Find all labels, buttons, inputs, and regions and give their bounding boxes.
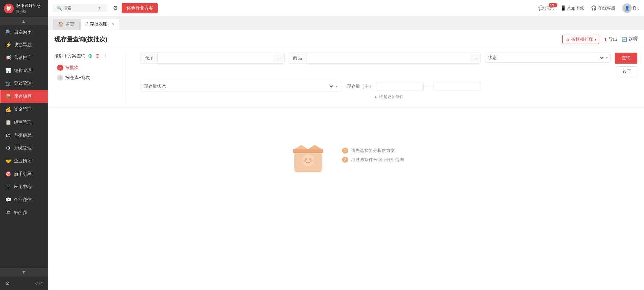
topbar-right: 💬 消息 99+ 📱 App下载 🎧 在线客服 👤 Rit [538,3,639,13]
status-label: 状态 [488,55,497,61]
main-area: 🔍 ▾ ⚙ 体验行业方案 💬 消息 99+ 📱 App下载 🎧 在线客服 [48,0,644,290]
svg-rect-1 [293,149,323,153]
stock-status-select[interactable] [168,84,334,89]
hint-item-1: 1 请先选择要分析的方案 [342,148,404,154]
export-button[interactable]: ⬆ 导出 [604,36,617,42]
search-chevron-icon[interactable]: ▾ [99,6,100,10]
hint-text-2: 用过滤条件来缩小分析范围 [351,157,404,163]
sidebar-item-search[interactable]: 🔍 搜索菜单 [0,25,48,38]
scroll-down-button[interactable]: ▼ [0,268,48,276]
tab-close-icon[interactable]: ✕ [111,22,114,26]
app-edition: 标准版 [16,9,41,14]
collapse-chevron-icon: ▲ [374,95,378,99]
warehouse-input[interactable] [158,54,274,63]
sidebar-item-member[interactable]: 🏷 畅会员 [0,206,48,219]
sidebar-item-label: 基础信息 [14,132,32,138]
goods-input[interactable] [306,54,470,63]
page-close-button[interactable]: ✕ [634,34,639,40]
operations-icon: 📋 [5,119,11,125]
sidebar-item-purchase[interactable]: 🛒 采购管理 [0,77,48,90]
collapse-plan-button[interactable]: 《 [102,53,106,59]
status-select[interactable] [498,55,605,61]
stock-qty-dash: — [426,84,431,89]
warehouse-more-button[interactable]: ··· [274,54,284,62]
trial-button[interactable]: 体验行业方案 [122,3,158,13]
print-chevron-icon: ▾ [595,38,596,41]
sidebar-item-label: 采购管理 [14,80,32,87]
phone-icon: 📱 [561,5,566,11]
topbar-search-box[interactable]: 🔍 ▾ [53,4,107,12]
user-avatar-button[interactable]: 👤 Rit [622,3,639,13]
messages-badge: 99+ [549,3,557,7]
system-icon: ⚙ [5,145,11,151]
page-actions: 🖨 按模板打印 ▾ ⬆ 导出 🔄 刷新 [562,35,637,44]
search-input[interactable] [63,6,97,11]
sidebar-item-quicknav[interactable]: ⚡ 快捷导航 [0,38,48,51]
online-service-button[interactable]: 🎧 在线客服 [591,5,615,11]
empty-illustration [288,135,328,176]
plan-item-batch[interactable]: ✓ 按批次 [54,62,122,73]
sidebar-item-inventory[interactable]: 📦 库存核算 [0,90,48,103]
sidebar-footer: ⚙ ◁◁ [0,276,48,290]
sidebar-item-label: 新手引导 [14,171,32,177]
filter-row-2: 现存量状态 ▾ 现存量（主） — [140,81,637,91]
sidebar-item-enterprise[interactable]: 🤝 企业协同 [0,155,48,167]
home-icon: 🏠 [58,22,64,27]
plan-settings-button[interactable]: ⊙ [95,53,100,59]
sidebar-item-label: 资金管理 [14,106,32,112]
sidebar-item-label: 营销推广 [14,55,32,61]
plan-icon: ○ [57,75,63,81]
sidebar-item-apps[interactable]: 📱 应用中心 [0,180,48,193]
tabbar: 🏠 首页 库存批次账 ✕ [48,16,644,30]
stock-qty-to-input[interactable] [434,82,481,91]
filter-fields: 仓库 ··· 商品 ··· 状态 [133,53,637,103]
refresh-icon: 🔄 [622,37,627,42]
sidebar: 畅 畅康通好生意 标准版 ▲ 🔍 搜索菜单 ⚡ 快捷导航 📢 营销推广 [0,0,48,290]
stock-qty-from-input[interactable] [376,82,424,91]
plan-item-warehouse-batch[interactable]: ○ 按仓库+批次 [54,73,122,83]
collapse-more-conditions[interactable]: ▲ 收起更多条件 [140,91,637,103]
query-button[interactable]: 查询 [615,53,637,64]
empty-box-svg [288,135,328,176]
filter-settings-button[interactable]: 设置 [617,66,637,77]
sidebar-item-sales[interactable]: 📊 销售管理 [0,64,48,77]
hint-item-2: 2 用过滤条件来缩小分析范围 [342,157,404,163]
scroll-up-button[interactable]: ▲ [0,17,48,25]
sidebar-item-label: 畅会员 [14,210,27,216]
sidebar-item-funds[interactable]: 💰 资金管理 [0,103,48,116]
plan-active-icon: ✓ [57,65,63,71]
goods-more-button[interactable]: ··· [470,54,480,62]
sidebar-item-basic[interactable]: 🗂 基础信息 [0,129,48,142]
messages-button[interactable]: 💬 消息 99+ [538,5,554,11]
app-download-button[interactable]: 📱 App下载 [561,5,584,11]
hint-num-2: 2 [342,157,348,163]
apps-icon: 📱 [5,184,11,190]
search-icon: 🔍 [56,5,62,11]
sidebar-item-marketing[interactable]: 📢 营销推广 [0,51,48,64]
empty-hints: 1 请先选择要分析的方案 2 用过滤条件来缩小分析范围 [342,148,404,163]
hint-text-1: 请先选择要分析的方案 [351,148,395,154]
sidebar-item-system[interactable]: ⚙ 系统管理 [0,142,48,155]
goods-field: 商品 ··· [289,53,481,64]
app-logo: 畅 [4,4,14,13]
print-button[interactable]: 🖨 按模板打印 ▾ [562,35,599,44]
basic-icon: 🗂 [5,132,11,138]
stock-status-chevron-icon: ▾ [336,85,338,88]
user-name: Rit [633,5,639,11]
sidebar-item-newguide[interactable]: 🎯 新手引导 [0,167,48,180]
sidebar-item-wechat[interactable]: 💬 企业微信 [0,193,48,206]
tab-home[interactable]: 🏠 首页 [53,19,80,30]
message-icon: 💬 [538,5,544,11]
status-field[interactable]: 状态 ▾ [485,53,611,63]
sidebar-header: 畅 畅康通好生意 标准版 [0,0,48,17]
add-plan-button[interactable]: ⊕ [88,53,92,59]
collapse-sidebar-button[interactable]: ◁◁ [33,279,44,287]
sidebar-item-label: 快捷导航 [14,42,32,48]
page-header: 现存量查询(按批次) 🖨 按模板打印 ▾ ⬆ 导出 🔄 刷新 [48,30,644,48]
sidebar-item-operations[interactable]: 📋 经营管理 [0,116,48,129]
tab-inventory[interactable]: 库存批次账 ✕ [80,19,119,30]
settings-icon[interactable]: ⚙ [113,5,118,11]
settings-footer-button[interactable]: ⚙ [4,279,11,287]
member-icon: 🏷 [5,210,11,216]
purchase-icon: 🛒 [5,80,11,87]
